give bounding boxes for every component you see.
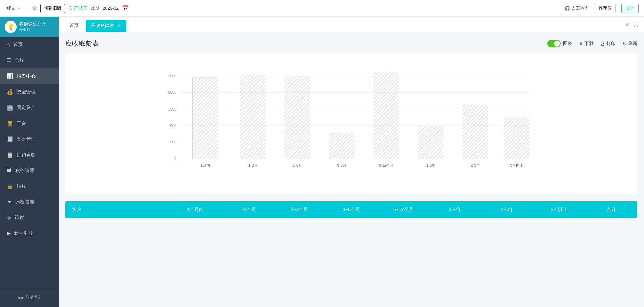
sidebar-bottom: ◀◀ 取消固定 [0, 288, 59, 307]
page-title: 应收账龄表 [65, 39, 99, 48]
period-label: 账期 [91, 5, 99, 11]
svg-rect-16 [329, 133, 355, 159]
sidebar-label-assets: 固定资产 [17, 105, 36, 111]
settings-icon: ⚙ [7, 214, 11, 221]
svg-text:1-2月: 1-2月 [248, 163, 257, 167]
sidebar-item-home[interactable]: ⌂ 首页 [0, 37, 59, 52]
admin-button[interactable]: 管理员 [594, 4, 616, 13]
svg-text:3-6月: 3-6月 [337, 163, 346, 167]
bar-chart: 0 500 1000 1500 2000 2500 [72, 60, 631, 181]
sidebar-label-tax: 税务管理 [15, 168, 34, 174]
logo-text: 畅捷通好会计 [19, 21, 46, 27]
service-label: 人工咨询 [571, 5, 589, 11]
svg-text:0: 0 [174, 157, 176, 161]
toggle-label: 图表 [563, 41, 572, 47]
sidebar-label-invoice: 发票管理 [17, 136, 36, 142]
toggle-track[interactable] [547, 40, 561, 47]
dropdown-icon[interactable]: ▾ [18, 6, 20, 11]
svg-text:3年以上: 3年以上 [510, 163, 523, 167]
guide-icon: ▶ [7, 230, 11, 236]
print-label: 打印 [606, 41, 616, 47]
tab-expand-button[interactable]: ⛶ [633, 21, 639, 28]
svg-text:2-3年: 2-3年 [471, 163, 480, 167]
svg-text:2500: 2500 [168, 74, 176, 78]
download-button[interactable]: ⬇ 下载 [579, 41, 594, 47]
th-3-6m: 3~6个月 [325, 201, 377, 218]
sidebar-item-archive[interactable]: 🗄 归档管理 [0, 194, 59, 210]
sidebar-item-invoice[interactable]: 🧾 发票管理 [0, 131, 59, 147]
tab-label-ar-aging: 应收账龄表 [91, 23, 114, 28]
invoice-icon: 🧾 [7, 136, 13, 142]
sidebar-label-report: 报表中心 [17, 73, 36, 79]
svg-text:1000: 1000 [168, 124, 176, 128]
th-1-2m: 1~2个月 [221, 201, 273, 218]
top-bar-right: 🎧 人工咨询 管理员 会计 [565, 4, 639, 13]
download-label: 下载 [584, 41, 594, 47]
th-1-2y: 1~2年 [429, 201, 481, 218]
sidebar-item-salary[interactable]: 👷 工资 [0, 116, 59, 131]
top-bar: 测试 ▾ ＋ ⚙ 切到旧版 🛡 已认证 账期 2023-02 📅 🎧 人工咨询 … [0, 0, 644, 17]
refresh-button[interactable]: ↻ 刷新 [623, 41, 637, 47]
refresh-label: 刷新 [628, 41, 637, 47]
close-period-icon: 🔒 [7, 183, 13, 189]
chart-toggle[interactable]: 图表 [547, 40, 572, 47]
sidebar-item-assets[interactable]: 🏢 固定资产 [0, 100, 59, 116]
accountant-button[interactable]: 会计 [621, 4, 639, 13]
page-actions: 图表 ⬇ 下载 🖨 打印 ↻ 刷新 [547, 40, 637, 47]
sidebar-item-ledger[interactable]: ☰ 总账 [0, 52, 59, 68]
svg-text:500: 500 [170, 140, 176, 144]
svg-text:1月内: 1月内 [201, 163, 210, 167]
logo-edition: 专业版 [19, 27, 46, 32]
period-value: 2023-02 [103, 6, 119, 11]
bar-1m [193, 78, 218, 159]
th-2-3m: 2~3个月 [273, 201, 325, 218]
sidebar-item-guide[interactable]: ▶ 新手引导 [0, 225, 59, 241]
report-icon: 📊 [7, 73, 13, 79]
sidebar-label-settings: 设置 [15, 215, 24, 221]
cancel-fixed-button[interactable]: ◀◀ 取消固定 [0, 291, 59, 304]
tab-ar-aging[interactable]: 应收账龄表 ✕ [86, 20, 126, 32]
svg-rect-18 [418, 126, 443, 159]
content-area: 首页 应收账龄表 ✕ ✕ ⛶ 应收账龄表 图表 [59, 17, 644, 307]
tab-bar: 首页 应收账龄表 ✕ ✕ ⛶ [59, 17, 644, 32]
certified-label: 已认证 [74, 5, 87, 11]
sidebar: 💡 畅捷通好会计 专业版 ⌂ 首页 ☰ 总账 📊 报表中心 💰 资金管理 [0, 17, 59, 307]
trade-icon: 📋 [7, 152, 13, 158]
chart-container: 0 500 1000 1500 2000 2500 [65, 53, 637, 194]
switch-version-button[interactable]: 切到旧版 [40, 4, 65, 13]
svg-rect-14 [240, 75, 266, 159]
sidebar-item-tax[interactable]: 🏛 税务管理 [0, 163, 59, 178]
service-button[interactable]: 🎧 人工咨询 [565, 5, 589, 11]
th-2-3y: 2~3年 [481, 201, 533, 218]
sidebar-label-home: 首页 [13, 42, 23, 48]
tab-home[interactable]: 首页 [64, 20, 84, 32]
svg-rect-19 [463, 105, 488, 159]
refresh-icon: ↻ [623, 41, 627, 46]
tab-close-ar-aging[interactable]: ✕ [118, 23, 121, 28]
sidebar-item-settings[interactable]: ⚙ 设置 [0, 210, 59, 225]
archive-icon: 🗄 [7, 199, 12, 205]
print-button[interactable]: 🖨 打印 [600, 41, 616, 47]
sidebar-item-trade[interactable]: 📋 进销台账 [0, 147, 59, 163]
svg-rect-17 [374, 72, 399, 159]
th-6-12m: 6~12个月 [377, 201, 429, 218]
sidebar-item-close[interactable]: 🔒 结账 [0, 178, 59, 194]
sidebar-nav: ⌂ 首页 ☰ 总账 📊 报表中心 💰 资金管理 🏢 固定资产 👷 工资 [0, 37, 59, 288]
certified-badge: 🛡 已认证 [68, 5, 87, 11]
tab-close-button[interactable]: ✕ [625, 21, 629, 28]
th-1m: 1个月内 [169, 201, 221, 218]
page-header: 应收账龄表 图表 ⬇ 下载 🖨 打印 [65, 39, 637, 48]
sidebar-item-funds[interactable]: 💰 资金管理 [0, 84, 59, 100]
calendar-icon[interactable]: 📅 [122, 5, 129, 11]
svg-rect-20 [504, 117, 529, 159]
svg-text:2-3月: 2-3月 [293, 163, 302, 167]
page-content: 应收账龄表 图表 ⬇ 下载 🖨 打印 [59, 32, 644, 307]
sidebar-label-trade: 进销台账 [17, 152, 36, 158]
table-container: 客户 1个月内 1~2个月 2~3个月 3~6个月 6~12个月 1~2年 2~… [65, 201, 637, 218]
tab-controls: ✕ ⛶ [625, 21, 639, 28]
sidebar-label-funds: 资金管理 [17, 89, 36, 95]
settings-button[interactable]: ⚙ [32, 5, 37, 11]
toggle-thumb [554, 41, 560, 47]
add-button[interactable]: ＋ [23, 5, 29, 12]
sidebar-item-report[interactable]: 📊 报表中心 [0, 68, 59, 84]
